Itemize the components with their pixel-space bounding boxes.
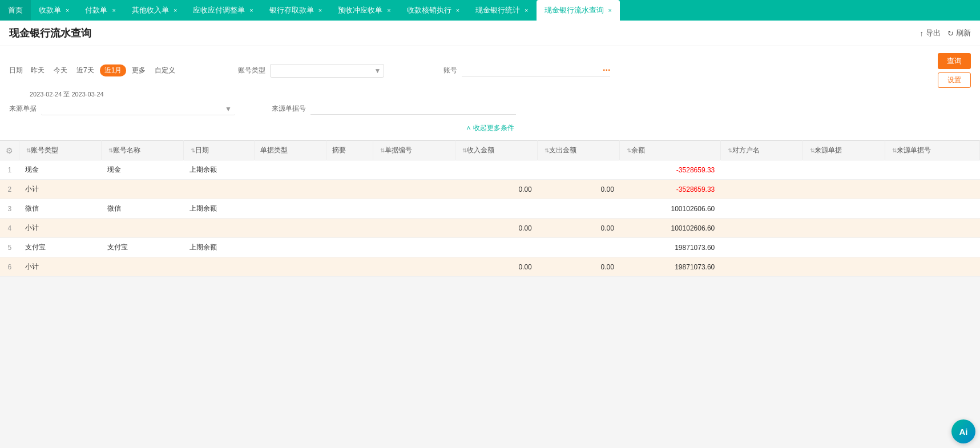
query-button[interactable]: 查询 xyxy=(938,53,971,69)
cell-source_doc xyxy=(802,238,885,257)
cell-income: 0.00 xyxy=(455,219,538,238)
account-input[interactable] xyxy=(462,64,600,76)
cell-expense: 0.00 xyxy=(538,219,620,238)
col-header-counterparty[interactable]: ⇅对方户名 xyxy=(720,141,802,160)
col-header-doc_no[interactable]: ⇅单据编号 xyxy=(373,141,455,160)
cell-expense: 0.00 xyxy=(538,180,620,199)
account-type-label: 账号类型 xyxy=(238,66,265,75)
nav-item-收款单[interactable]: 收款单× xyxy=(31,0,77,21)
col-header-source_doc_no[interactable]: ⇅来源单据号 xyxy=(885,141,979,160)
table-row: 3微信微信上期余额100102606.60 xyxy=(0,199,980,219)
cell-doc_type xyxy=(255,257,326,277)
cell-account_name: 支付宝 xyxy=(102,238,184,257)
cell-doc_type xyxy=(255,238,326,257)
cell-doc_type xyxy=(255,160,326,180)
nav-close-icon[interactable]: × xyxy=(249,0,253,21)
source-doc-select[interactable] xyxy=(41,102,235,115)
date-option-近7天[interactable]: 近7天 xyxy=(73,64,98,76)
nav-close-icon[interactable]: × xyxy=(318,0,322,21)
date-option-更多[interactable]: 更多 xyxy=(128,64,149,76)
cell-counterparty xyxy=(720,180,802,199)
col-header-balance[interactable]: ⇅余额 xyxy=(620,141,720,160)
date-option-自定义[interactable]: 自定义 xyxy=(151,64,179,76)
account-filter-group: 账号 ··· xyxy=(443,64,610,76)
nav-close-icon[interactable]: × xyxy=(66,0,69,21)
table-row: 1现金现金上期余额-3528659.33 xyxy=(0,160,980,180)
col-header-account_name[interactable]: ⇅账号名称 xyxy=(102,141,184,160)
source-doc-select-wrap: ▼ xyxy=(41,102,235,115)
nav-item-其他收入单[interactable]: 其他收入单× xyxy=(124,0,185,21)
refresh-button[interactable]: ↻ 刷新 xyxy=(947,28,971,38)
cell-source_doc_no xyxy=(885,238,979,257)
col-header-account_type[interactable]: ⇅账号类型 xyxy=(19,141,102,160)
cell-doc_no xyxy=(373,180,455,199)
nav-item-收款核销执行[interactable]: 收款核销执行× xyxy=(399,0,467,21)
cell-num: 5 xyxy=(0,238,19,257)
cell-summary xyxy=(326,238,373,257)
sort-icon-account_type: ⇅ xyxy=(26,147,31,154)
more-dots-icon[interactable]: ··· xyxy=(603,65,610,75)
table-row: 6小计0.000.0019871073.60 xyxy=(0,257,980,277)
cell-doc_type xyxy=(255,180,326,199)
cell-income xyxy=(455,199,538,219)
date-range-display: 2023-02-24 至 2023-03-24 xyxy=(30,91,104,98)
col-header-expense[interactable]: ⇅支出金额 xyxy=(538,141,620,160)
nav-close-icon[interactable]: × xyxy=(112,0,115,21)
col-header-date[interactable]: ⇅日期 xyxy=(184,141,255,160)
source-doc-no-input[interactable] xyxy=(310,103,516,114)
col-header-source_doc[interactable]: ⇅来源单据 xyxy=(802,141,885,160)
cell-account_type: 小计 xyxy=(19,180,102,199)
sort-icon-income: ⇅ xyxy=(462,147,467,154)
nav-close-icon[interactable]: × xyxy=(525,0,528,21)
nav-item-现金银行流水查询[interactable]: 现金银行流水查询× xyxy=(537,0,620,21)
nav-item-银行存取款单[interactable]: 银行存取款单× xyxy=(261,0,330,21)
sort-icon-doc_no: ⇅ xyxy=(380,147,385,154)
settings-button[interactable]: 设置 xyxy=(938,72,971,88)
source-doc-no-label: 来源单据号 xyxy=(272,104,306,114)
header-actions: ↑ 导出 ↻ 刷新 xyxy=(920,28,971,38)
cell-source_doc_no xyxy=(885,219,979,238)
cell-num: 6 xyxy=(0,257,19,277)
settings-column-icon[interactable]: ⚙ xyxy=(6,146,13,155)
cell-counterparty xyxy=(720,219,802,238)
date-option-昨天[interactable]: 昨天 xyxy=(27,64,48,76)
col-header-income[interactable]: ⇅收入金额 xyxy=(455,141,538,160)
sort-icon-counterparty: ⇅ xyxy=(728,147,732,154)
nav-item-首页[interactable]: 首页 xyxy=(0,0,31,21)
cell-counterparty xyxy=(720,160,802,180)
table-row: 4小计0.000.00100102606.60 xyxy=(0,219,980,238)
cell-account_type: 微信 xyxy=(19,199,102,219)
date-label: 日期 xyxy=(9,66,23,75)
cell-date: 上期余额 xyxy=(184,199,255,219)
date-option-今天[interactable]: 今天 xyxy=(50,64,71,76)
sort-icon-source_doc: ⇅ xyxy=(810,147,814,154)
cell-income: 0.00 xyxy=(455,257,538,277)
cell-source_doc_no xyxy=(885,180,979,199)
cell-balance: 19871073.60 xyxy=(620,238,720,257)
sort-icon-source_doc_no: ⇅ xyxy=(892,147,897,154)
table-body: 1现金现金上期余额-3528659.332小计0.000.00-3528659.… xyxy=(0,160,980,277)
collapse-bar[interactable]: ∧ 收起更多条件 xyxy=(9,121,971,135)
account-type-select[interactable]: 现金 微信 支付宝 xyxy=(270,64,384,78)
cell-account_name: 微信 xyxy=(102,199,184,219)
cell-account_name xyxy=(102,219,184,238)
nav-close-icon[interactable]: × xyxy=(174,0,177,21)
cell-income: 0.00 xyxy=(455,180,538,199)
nav-item-现金银行统计[interactable]: 现金银行统计× xyxy=(467,0,536,21)
cell-summary xyxy=(326,199,373,219)
table-row: 2小计0.000.00-3528659.33 xyxy=(0,180,980,199)
source-doc-label: 来源单据 xyxy=(9,104,37,114)
nav-item-应收应付调整单[interactable]: 应收应付调整单× xyxy=(185,0,261,21)
nav-item-预收冲应收单[interactable]: 预收冲应收单× xyxy=(330,0,398,21)
nav-close-icon[interactable]: × xyxy=(387,0,390,21)
cell-balance: -3528659.33 xyxy=(620,160,720,180)
nav-close-icon[interactable]: × xyxy=(456,0,459,21)
date-option-近1月[interactable]: 近1月 xyxy=(100,64,127,76)
cell-source_doc xyxy=(802,180,885,199)
collapse-icon: ∧ xyxy=(466,124,471,132)
nav-item-付款单[interactable]: 付款单× xyxy=(77,0,123,21)
nav-close-icon[interactable]: × xyxy=(608,0,612,21)
col-header-doc_type: 单据类型 xyxy=(255,141,326,160)
header-row: ⚙⇅账号类型⇅账号名称⇅日期单据类型摘要⇅单据编号⇅收入金额⇅支出金额⇅余额⇅对… xyxy=(0,141,980,160)
export-button[interactable]: ↑ 导出 xyxy=(920,28,941,38)
